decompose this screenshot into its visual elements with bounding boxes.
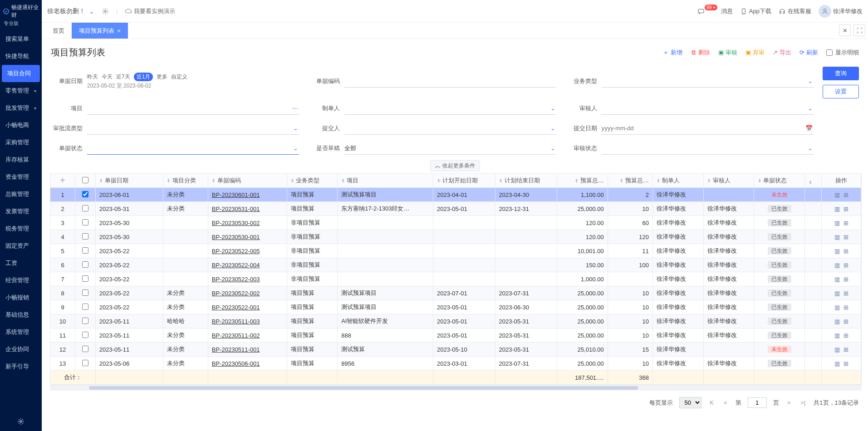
col-header-cat[interactable]: 项目分类	[172, 176, 196, 185]
bill-code-link[interactable]: BP-20230530-001	[212, 234, 260, 240]
sort-icon[interactable]: ▲▼	[291, 178, 294, 183]
sidebar-item[interactable]: 固定资产	[0, 237, 42, 255]
row-checkbox[interactable]	[82, 261, 88, 268]
col-header-auditor[interactable]: 审核人	[713, 176, 731, 185]
row-checkbox[interactable]	[82, 346, 88, 352]
submitter-select[interactable]: ⌄	[344, 122, 556, 135]
per-page-select[interactable]: 50	[679, 397, 701, 408]
sidebar-item[interactable]: 项目合同	[2, 65, 40, 82]
row-checkbox[interactable]	[82, 289, 88, 296]
bill-code-link[interactable]: BP-20230522-004	[212, 262, 260, 269]
row-checkbox[interactable]	[82, 191, 88, 197]
billstatus-select[interactable]: ⌄	[87, 142, 299, 155]
bill-code-link[interactable]: BP-20230531-001	[212, 206, 260, 212]
settings-button[interactable]: 设置	[823, 85, 859, 98]
date-pill[interactable]: 更多	[157, 73, 167, 81]
view-icon[interactable]: ▥	[834, 290, 840, 297]
project-select[interactable]: ⋯	[87, 102, 299, 115]
prev-page-button[interactable]: <	[722, 399, 729, 406]
query-button[interactable]: 查询	[823, 67, 859, 80]
isdraft-select[interactable]: 全部⌄	[344, 142, 556, 155]
sidebar-item[interactable]: 资金管理	[0, 168, 42, 186]
table-row[interactable]: 3 2023-05-30 BP-20230530-002 非项目预算 120.0…	[50, 216, 861, 230]
delete-button[interactable]: 🗑删除	[691, 49, 710, 57]
sidebar-item[interactable]: 新手引导	[0, 358, 42, 375]
sidebar-item[interactable]: 企业协同	[0, 341, 42, 358]
flowtype-select[interactable]: ⌄	[87, 122, 299, 135]
col-config[interactable]	[50, 174, 75, 188]
sort-icon[interactable]: ▲▼	[809, 180, 812, 185]
sort-icon[interactable]: ▲▼	[212, 178, 216, 183]
row-checkbox[interactable]	[82, 275, 88, 282]
date-pill[interactable]: 今天	[102, 73, 113, 81]
bill-code-link[interactable]: BP-20230530-002	[212, 220, 260, 226]
row-checkbox[interactable]	[82, 233, 88, 240]
drop-audit-button[interactable]: ▣弃审	[745, 49, 765, 57]
sort-icon[interactable]: ▲▼	[620, 178, 623, 183]
auditor-select[interactable]: ⌄	[602, 102, 814, 115]
messages-button[interactable]: 99 + 消息	[697, 7, 733, 15]
sidebar-item[interactable]: 发票管理	[0, 203, 42, 220]
row-checkbox[interactable]	[82, 219, 88, 225]
next-page-button[interactable]: >	[785, 399, 793, 406]
more-icon[interactable]: ⊞	[843, 234, 848, 240]
sidebar-item[interactable]: 库存核算	[0, 151, 42, 168]
submitdate-input[interactable]: 📅	[602, 122, 814, 135]
row-checkbox[interactable]	[82, 318, 88, 324]
bill-code-link[interactable]: BP-20230506-001	[212, 360, 260, 367]
col-header-proj[interactable]: 项目	[347, 176, 358, 185]
table-row[interactable]: 6 2023-05-22 BP-20230522-004 非项目预算 150.0…	[50, 258, 861, 272]
more-icon[interactable]: ⊞	[843, 276, 848, 283]
table-row[interactable]: 1 2023-06-01 未分类 BP-20230601-001 项目预算 测试…	[50, 188, 861, 202]
maker-select[interactable]: ⌄	[344, 102, 556, 115]
view-icon[interactable]: ▥	[834, 191, 840, 198]
view-icon[interactable]: ▥	[834, 360, 840, 367]
user-menu[interactable]: 徐泽华修改	[819, 5, 863, 18]
row-checkbox[interactable]	[82, 304, 88, 310]
row-checkbox[interactable]	[82, 205, 88, 211]
col-header-maker[interactable]: 制单人	[662, 176, 680, 185]
bill-code-link[interactable]: BP-20230511-002	[212, 332, 260, 339]
sidebar-item[interactable]: 搜索菜单	[0, 30, 42, 48]
more-icon[interactable]: ⊞	[843, 304, 848, 311]
show-detail-checkbox[interactable]	[826, 49, 833, 56]
fullscreen-button[interactable]: ⛶	[853, 24, 865, 36]
more-icon[interactable]: ⊞	[843, 206, 848, 212]
sort-icon[interactable]: ▲▼	[707, 178, 711, 183]
sidebar-item[interactable]: 小畅报销	[0, 289, 42, 306]
bill-code-link[interactable]: BP-20230511-003	[212, 318, 260, 325]
app-download-button[interactable]: App下载	[740, 7, 771, 15]
show-detail-toggle[interactable]: 显示明细	[826, 49, 859, 57]
row-checkbox[interactable]	[82, 247, 88, 254]
sidebar-item[interactable]: 工资	[0, 255, 42, 272]
date-pill[interactable]: 昨天	[87, 73, 98, 81]
page-input[interactable]	[748, 397, 767, 408]
col-header-code[interactable]: 单据编码	[217, 176, 241, 185]
bill-code-link[interactable]: BP-20230522-001	[212, 304, 260, 311]
date-pill[interactable]: 近1月	[134, 73, 153, 81]
support-button[interactable]: 在线客服	[779, 7, 811, 15]
calendar-icon[interactable]: 📅	[805, 125, 813, 132]
workspace-selector[interactable]: 徐老板勿删！ ⌄	[47, 7, 94, 15]
sidebar-item[interactable]: 采购管理	[0, 134, 42, 151]
first-page-button[interactable]: K	[708, 399, 716, 406]
collapse-filters-button[interactable]: ︽ 收起更多条件	[430, 160, 480, 171]
add-button[interactable]: ＋新增	[663, 49, 682, 57]
table-row[interactable]: 5 2023-05-22 BP-20230522-005 非项目预算 10,00…	[50, 244, 861, 258]
sidebar-item[interactable]: 批发管理▾	[0, 99, 42, 117]
close-icon[interactable]: ×	[117, 27, 121, 34]
sort-icon[interactable]: ▲▼	[167, 178, 171, 183]
table-row[interactable]: 9 2023-05-22 未分类 BP-20230522-001 项目预算 测试…	[50, 300, 861, 314]
sort-icon[interactable]: ▲▼	[657, 178, 660, 183]
more-icon[interactable]: ⊞	[843, 248, 848, 255]
sidebar-item[interactable]: 基础信息	[0, 306, 42, 323]
last-page-button[interactable]: >|	[799, 399, 807, 406]
view-icon[interactable]: ▥	[834, 346, 840, 353]
export-button[interactable]: ↗导出	[773, 49, 791, 57]
refresh-button[interactable]: ⟳刷新	[799, 49, 818, 57]
sort-icon[interactable]: ▲▼	[99, 178, 103, 183]
table-row[interactable]: 10 2023-05-11 哈哈哈 BP-20230511-003 项目预算 A…	[50, 314, 861, 328]
view-icon[interactable]: ▥	[834, 276, 840, 283]
sidebar-item[interactable]: 经营管理	[0, 272, 42, 289]
bill-code-link[interactable]: BP-20230511-001	[212, 346, 260, 353]
